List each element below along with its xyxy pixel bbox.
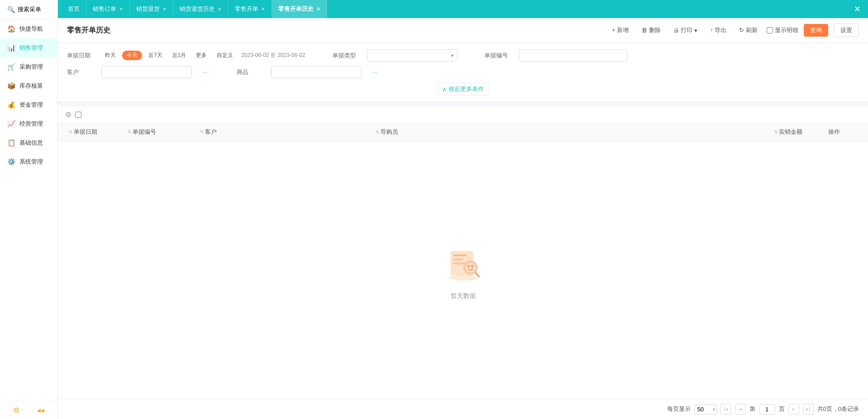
tab-retail-open[interactable]: 零售开单 ✕ xyxy=(228,0,272,18)
delete-button[interactable]: 🗑 删除 xyxy=(638,24,664,36)
goods-input[interactable] xyxy=(271,66,361,78)
add-button[interactable]: + 新增 xyxy=(608,24,632,36)
goods-dots[interactable]: ··· xyxy=(370,69,379,75)
tab-retail-open-history[interactable]: 零售开单历史 ✕ xyxy=(272,0,327,18)
collapse-button[interactable]: ∧ 收起更多条件 xyxy=(437,83,489,95)
filter-section: 单据日期 昨天 今天 近7天 近1月 更多 自定义 2023-06-02 至 2… xyxy=(58,43,868,102)
page-last-btn[interactable]: ▸| xyxy=(803,404,814,414)
tab-bar: 首页 销售订单 ✕ 销货退货 ✕ 销货退货历史 ✕ 零售开单 ✕ 零售开单历史 … xyxy=(58,0,868,18)
sidebar-item-label-finance: 资金管理 xyxy=(19,101,43,109)
th-customer-label: 客户 xyxy=(205,128,217,136)
sidebar-item-inventory[interactable]: 📦 库存核算 xyxy=(0,76,57,95)
show-detail-toggle[interactable]: 显示明细 xyxy=(767,26,798,34)
th-num-sort-icon: ⇅ xyxy=(128,129,131,134)
date-yesterday[interactable]: 昨天 xyxy=(101,51,119,60)
date-range-text: 2023-06-02 至 2023-06-02 xyxy=(241,52,305,59)
page-size-wrap: 50 100 200 xyxy=(694,404,717,414)
pagination: 每页显示 50 100 200 |◂ ◂ 第 1 页 ▸ ▸| 共0页，0条记录 xyxy=(58,399,868,419)
doc-icon: 📋 xyxy=(7,139,16,147)
th-date-label: 单据日期 xyxy=(74,128,97,136)
th-amount-sort-icon: ⇅ xyxy=(774,129,778,134)
th-customer[interactable]: ⇅ 客户 xyxy=(196,128,372,136)
print-button[interactable]: 🖨 打印 ▾ xyxy=(670,24,702,36)
th-date[interactable]: ⇅ 单据日期 xyxy=(65,128,124,136)
search-icon: 🔍 xyxy=(7,6,15,13)
tab-sales-return[interactable]: 销货退货 ✕ xyxy=(130,0,173,18)
settings-footer-icon[interactable]: ⚙ xyxy=(13,406,19,414)
sidebar-item-purchase-mgmt[interactable]: 🛒 采购管理 xyxy=(0,57,57,76)
show-detail-checkbox[interactable] xyxy=(767,27,773,33)
sidebar-item-sys-mgmt[interactable]: ⚙️ 系统管理 xyxy=(0,152,57,171)
sidebar-footer: ⚙ ◂◂ xyxy=(0,401,57,419)
th-num[interactable]: ⇅ 单据编号 xyxy=(124,128,196,136)
page-label: 第 xyxy=(749,405,755,413)
main-area: 首页 销售订单 ✕ 销货退货 ✕ 销货退货历史 ✕ 零售开单 ✕ 零售开单历史 … xyxy=(58,0,868,419)
export-button[interactable]: ↑ 导出 xyxy=(707,24,730,36)
th-guide[interactable]: ⇅ 导购员 xyxy=(372,128,426,136)
doc-type-select-wrap xyxy=(367,49,457,61)
window-close-icon[interactable]: ✕ xyxy=(850,4,864,14)
page-next-btn[interactable]: ▸ xyxy=(788,404,799,414)
table-header: ⇅ 单据日期 ⇅ 单据编号 ⇅ 客户 ⇅ 导购员 ⇅ 实销 xyxy=(58,123,868,141)
page-first-btn[interactable]: |◂ xyxy=(721,404,731,414)
customer-dots[interactable]: ··· xyxy=(201,69,209,75)
date-last7[interactable]: 近7天 xyxy=(145,51,166,60)
doc-type-select[interactable] xyxy=(367,49,457,61)
date-last-month[interactable]: 近1月 xyxy=(169,51,190,60)
date-more[interactable]: 更多 xyxy=(192,51,210,60)
header-actions: + 新增 🗑 删除 🖨 打印 ▾ ↑ 导出 ↻ 刷新 显示明细 xyxy=(608,24,859,37)
sidebar-item-basic-info[interactable]: 📋 基础信息 xyxy=(0,133,57,152)
page-size-select[interactable]: 50 100 200 xyxy=(694,404,717,414)
query-button[interactable]: 查询 xyxy=(804,24,828,37)
tab-home[interactable]: 首页 xyxy=(62,0,86,18)
table-config-icon[interactable]: ⚙ xyxy=(65,110,71,119)
th-amount-label: 实销金额 xyxy=(779,128,802,136)
th-guide-sort-icon: ⇅ xyxy=(375,129,379,134)
refresh-button[interactable]: ↻ 刷新 xyxy=(735,24,761,36)
svg-point-6 xyxy=(465,263,475,273)
date-today[interactable]: 今天 xyxy=(122,51,142,60)
doc-num-input[interactable] xyxy=(519,49,627,61)
svg-point-0 xyxy=(449,275,478,281)
tab-sales-return-close[interactable]: ✕ xyxy=(162,6,166,12)
box-icon: 📦 xyxy=(7,82,16,90)
tab-sales-return-history-label: 销货退货历史 xyxy=(180,5,215,13)
show-detail-label: 显示明细 xyxy=(775,26,798,34)
date-custom[interactable]: 自定义 xyxy=(213,51,237,60)
sidebar-item-business[interactable]: 📈 经营管理 xyxy=(0,114,57,133)
page-prev-btn[interactable]: ◂ xyxy=(735,404,746,414)
settings-button[interactable]: 设置 xyxy=(834,24,859,37)
sidebar-search-label: 搜索采单 xyxy=(18,5,41,14)
delete-label: 🗑 删除 xyxy=(641,26,661,34)
collapse-label: 收起更多条件 xyxy=(449,85,484,93)
collapse-sidebar-icon[interactable]: ◂◂ xyxy=(37,406,44,414)
settings-label: 设置 xyxy=(840,26,852,34)
date-options: 昨天 今天 近7天 近1月 更多 自定义 2023-06-02 至 2023-0… xyxy=(101,51,305,60)
sidebar-item-quick-nav[interactable]: 🏠 快捷导航 xyxy=(0,19,57,38)
page-total: 共0页，0条记录 xyxy=(817,405,859,413)
sidebar: 🔍 搜索采单 🏠 快捷导航 📊 销售管理 🛒 采购管理 📦 库存核算 💰 资金管… xyxy=(0,0,58,419)
sidebar-search[interactable]: 🔍 搜索采单 xyxy=(0,0,57,19)
doc-type-filter-label: 单据类型 xyxy=(332,52,358,60)
sidebar-item-label-inventory: 库存核算 xyxy=(19,82,43,90)
sidebar-item-sales-mgmt[interactable]: 📊 销售管理 xyxy=(0,38,57,57)
tab-sales-return-history[interactable]: 销货退货历史 ✕ xyxy=(173,0,228,18)
customer-input[interactable] xyxy=(101,66,192,78)
tab-sales-return-history-close[interactable]: ✕ xyxy=(218,6,222,12)
tab-retail-open-close[interactable]: ✕ xyxy=(261,6,265,12)
tab-home-label: 首页 xyxy=(68,5,80,13)
sidebar-item-finance[interactable]: 💰 资金管理 xyxy=(0,95,57,114)
chart-icon: 📊 xyxy=(7,44,16,52)
th-amount[interactable]: ⇅ 实销金额 xyxy=(770,128,825,136)
select-all-checkbox[interactable] xyxy=(75,112,81,118)
tab-sales-order-close[interactable]: ✕ xyxy=(119,6,123,12)
tab-retail-open-history-label: 零售开单历史 xyxy=(278,5,313,13)
print-label: 🖨 打印 xyxy=(674,26,693,34)
svg-rect-4 xyxy=(453,263,465,264)
tab-retail-open-history-close[interactable]: ✕ xyxy=(316,6,320,12)
tab-sales-order[interactable]: 销售订单 ✕ xyxy=(86,0,130,18)
page-input[interactable]: 1 xyxy=(759,404,775,414)
sidebar-item-label-sys-mgmt: 系统管理 xyxy=(19,158,43,166)
table-toolbar: ⚙ xyxy=(58,107,868,123)
export-label: ↑ 导出 xyxy=(710,26,726,34)
